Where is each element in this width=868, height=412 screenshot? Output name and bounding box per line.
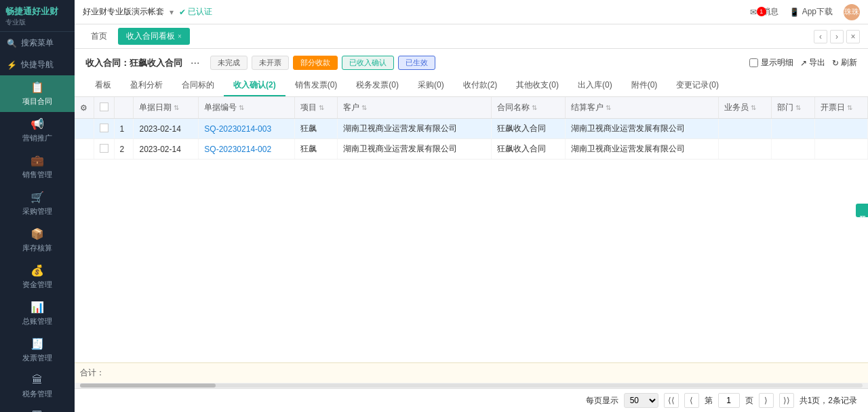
inventory-icon: 📦 bbox=[31, 227, 44, 240]
col-num-header bbox=[114, 97, 134, 119]
sales-icon: 💼 bbox=[31, 154, 44, 167]
row-project: 狂飙 bbox=[294, 139, 338, 160]
sidebar-item-projects[interactable]: 📋 项目合同 bbox=[0, 75, 75, 112]
col-project-header[interactable]: 项目⇅ bbox=[294, 97, 338, 119]
nav-next-btn[interactable]: › bbox=[830, 30, 844, 43]
first-page-btn[interactable]: ⟨⟨ bbox=[664, 393, 679, 408]
sidebar: 畅捷通好业财 专业版 🔍 搜索菜单 ⚡ 快捷导航 📋 项目合同 📢 营销推广 💼… bbox=[0, 0, 75, 412]
status-confirmed[interactable]: 已收入确认 bbox=[342, 56, 394, 70]
col-customer-header[interactable]: 客户⇅ bbox=[338, 97, 491, 119]
row-project: 狂飙 bbox=[294, 119, 338, 139]
col-settlement-header[interactable]: 结算客户⇅ bbox=[565, 97, 718, 119]
row-num: 1 bbox=[114, 119, 134, 139]
per-page-select[interactable]: 50 100 200 bbox=[624, 393, 658, 408]
col-dept-header[interactable]: 部门⇅ bbox=[772, 97, 815, 119]
nav-close-btn[interactable]: × bbox=[846, 30, 860, 43]
table-row[interactable]: 1 2023-02-14 SQ-20230214-003 狂飙 湖南卫视商业运营… bbox=[75, 119, 868, 139]
right-float-btn[interactable]: 展开 bbox=[856, 204, 868, 217]
col-salesman-header[interactable]: 业务员⇅ bbox=[718, 97, 771, 119]
tab-sales-invoice[interactable]: 销售发票(0) bbox=[285, 75, 347, 96]
col-docno-header[interactable]: 单据编号⇅ bbox=[199, 97, 295, 119]
export-btn[interactable]: ↗ 导出 bbox=[800, 57, 825, 69]
tab-tax-invoice[interactable]: 税务发票(0) bbox=[347, 75, 408, 96]
scroll-thumb[interactable] bbox=[80, 383, 216, 388]
status-active[interactable]: 已生效 bbox=[398, 56, 435, 70]
horizontal-scrollbar[interactable] bbox=[75, 383, 868, 388]
more-btn[interactable]: ··· bbox=[191, 57, 199, 69]
show-detail-label[interactable]: 显示明细 bbox=[749, 57, 793, 69]
pagination: 每页显示 50 100 200 ⟨⟨ ⟨ 第 页 ⟩ ⟩⟩ 共1页，2条记录 bbox=[75, 388, 868, 412]
nav-controls: ‹ › × bbox=[814, 30, 860, 43]
tab-contract-subject[interactable]: 合同标的 bbox=[172, 75, 224, 96]
tab-home[interactable]: 首页 bbox=[83, 28, 115, 45]
col-date-header[interactable]: 单据日期⇅ bbox=[134, 97, 199, 119]
topbar-actions: ✉ 1 消息 📱 App下载 珠珠 bbox=[750, 4, 860, 20]
scroll-track[interactable] bbox=[80, 383, 863, 388]
status-partial[interactable]: 部分收款 bbox=[293, 56, 338, 70]
row-check[interactable] bbox=[94, 139, 114, 160]
tab-kanban[interactable]: 看板 bbox=[85, 75, 121, 96]
col-check-header[interactable] bbox=[94, 97, 114, 119]
sidebar-search[interactable]: 🔍 搜索菜单 bbox=[0, 32, 75, 54]
app-download-btn[interactable]: 📱 App下载 bbox=[789, 6, 833, 18]
sidebar-item-inventory[interactable]: 📦 库存核算 bbox=[0, 222, 75, 259]
title-row: 收入合同：狂飙收入合同 ··· 未完成 未开票 部分收款 已收入确认 已生效 显… bbox=[85, 56, 857, 70]
tab-other-income[interactable]: 其他收支(0) bbox=[507, 75, 568, 96]
user-avatar[interactable]: 珠珠 bbox=[844, 4, 860, 20]
row-contract: 狂飙收入合同 bbox=[491, 139, 565, 160]
search-icon: 🔍 bbox=[7, 39, 17, 48]
sidebar-quick-nav[interactable]: ⚡ 快捷导航 bbox=[0, 54, 75, 75]
tab-purchase[interactable]: 采购(0) bbox=[408, 75, 454, 96]
table-row[interactable]: 2 2023-02-14 SQ-20230214-002 狂飙 湖南卫视商业运营… bbox=[75, 139, 868, 160]
row-check[interactable] bbox=[94, 119, 114, 139]
main-area: 好业财专业版演示帐套 ▾ ✔ 已认证 ✉ 1 消息 📱 App下载 珠珠 bbox=[75, 0, 868, 412]
col-contract-header[interactable]: 合同名称⇅ bbox=[491, 97, 565, 119]
tab-change-log[interactable]: 变更记录(0) bbox=[667, 75, 728, 96]
refresh-btn[interactable]: ↻ 刷新 bbox=[832, 57, 857, 69]
tab-close-icon[interactable]: × bbox=[178, 33, 182, 40]
status-uninvoiced[interactable]: 未开票 bbox=[252, 56, 289, 70]
export-icon: ↗ bbox=[800, 58, 807, 68]
tab-warehouse[interactable]: 出入库(0) bbox=[568, 75, 622, 96]
table-footer: 合计： bbox=[75, 362, 868, 383]
verified-badge: ✔ 已认证 bbox=[179, 6, 212, 18]
col-invoicedate-header[interactable]: 开票日⇅ bbox=[814, 97, 867, 119]
tab-payment[interactable]: 收付款(2) bbox=[454, 75, 507, 96]
message-icon: ✉ bbox=[750, 7, 757, 17]
refresh-icon: ↻ bbox=[832, 58, 839, 68]
total-label: 合计： bbox=[80, 367, 104, 379]
row-docno[interactable]: SQ-20230214-003 bbox=[199, 119, 295, 139]
show-detail-checkbox[interactable] bbox=[749, 58, 758, 67]
sidebar-item-ledger[interactable]: 📊 总账管理 bbox=[0, 295, 75, 332]
col-settings-header[interactable]: ⚙ bbox=[75, 97, 94, 119]
check-icon: ✔ bbox=[179, 7, 186, 17]
sidebar-item-purchase[interactable]: 🛒 采购管理 bbox=[0, 185, 75, 222]
nav-icon: ⚡ bbox=[7, 60, 17, 70]
message-btn[interactable]: ✉ 1 消息 bbox=[750, 6, 778, 18]
content-title: 收入合同：狂飙收入合同 bbox=[85, 57, 182, 69]
dropdown-icon[interactable]: ▾ bbox=[170, 7, 174, 17]
tab-attachments[interactable]: 附件(0) bbox=[622, 75, 667, 96]
sidebar-item-marketing[interactable]: 📢 营销推广 bbox=[0, 112, 75, 149]
status-unfinished[interactable]: 未完成 bbox=[210, 56, 248, 70]
tab-income-contract[interactable]: 收入合同看板 × bbox=[118, 28, 190, 45]
row-salesman bbox=[718, 119, 771, 139]
tab-profit[interactable]: 盈利分析 bbox=[121, 75, 172, 96]
marketing-icon: 📢 bbox=[31, 117, 44, 130]
tab-revenue-confirm[interactable]: 收入确认(2) bbox=[224, 75, 285, 96]
nav-prev-btn[interactable]: ‹ bbox=[814, 30, 827, 43]
row-invoicedate bbox=[814, 139, 867, 160]
sidebar-item-sales[interactable]: 💼 销售管理 bbox=[0, 149, 75, 185]
page-input[interactable] bbox=[718, 393, 740, 408]
last-page-btn[interactable]: ⟩⟩ bbox=[779, 393, 794, 408]
row-settlement: 湖南卫视商业运营发展有限公司 bbox=[565, 139, 718, 160]
funds-icon: 💰 bbox=[31, 264, 44, 277]
next-page-btn[interactable]: ⟩ bbox=[759, 393, 774, 408]
sidebar-item-funds[interactable]: 💰 资金管理 bbox=[0, 259, 75, 295]
sidebar-item-tax[interactable]: 🏛 税务管理 bbox=[0, 369, 75, 405]
sidebar-item-assets[interactable]: 🏗 固定资产 bbox=[0, 405, 75, 412]
content-area: 收入合同：狂飙收入合同 ··· 未完成 未开票 部分收款 已收入确认 已生效 显… bbox=[75, 49, 868, 412]
prev-page-btn[interactable]: ⟨ bbox=[684, 393, 699, 408]
row-docno[interactable]: SQ-20230214-002 bbox=[199, 139, 295, 160]
sidebar-item-invoice[interactable]: 🧾 发票管理 bbox=[0, 332, 75, 369]
